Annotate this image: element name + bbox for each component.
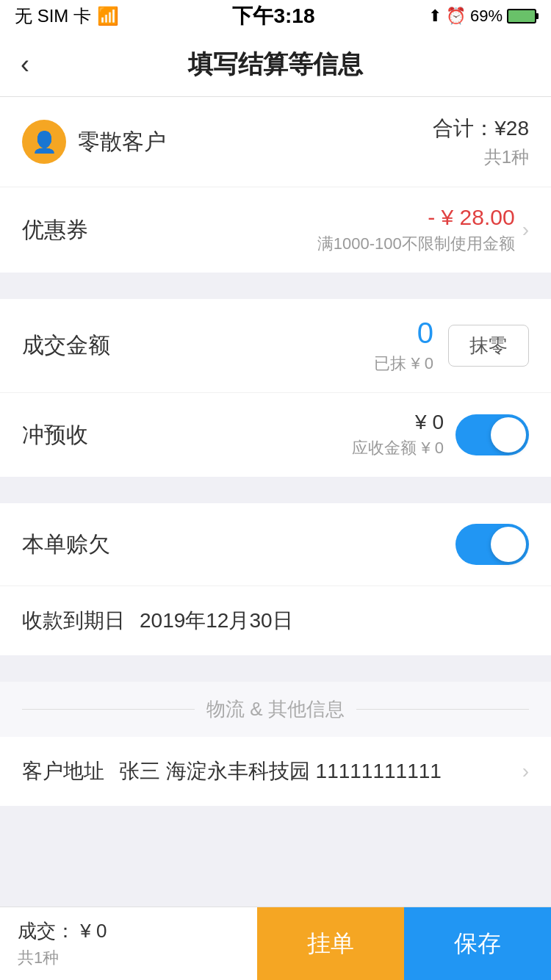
status-time: 下午3:18 <box>232 2 314 30</box>
coupon-chevron: › <box>522 218 529 242</box>
due-date-row: 收款到期日 2019年12月30日 <box>0 586 551 655</box>
address-label: 客户地址 <box>22 757 104 785</box>
address-row[interactable]: 客户地址 张三 海淀永丰科技园 11111111111 › <box>0 737 551 806</box>
coupon-desc: 满1000-100不限制使用金额 <box>317 233 515 255</box>
total-amount: 合计：¥28 <box>433 115 529 143</box>
toggle-knob <box>491 417 526 453</box>
amount-label: 成交金额 <box>22 331 110 361</box>
wifi-icon: 📶 <box>97 6 119 26</box>
address-chevron: › <box>522 760 529 783</box>
amount-right: 0 已抹 ¥ 0 抹零 <box>374 317 529 375</box>
hold-button[interactable]: 挂单 <box>257 907 404 980</box>
customer-right: 合计：¥28 共1种 <box>433 115 529 169</box>
prepay-row: 冲预收 ¥ 0 应收金额 ¥ 0 <box>0 392 551 477</box>
page-title: 填写结算等信息 <box>188 48 363 82</box>
prepay-sub: 应收金额 ¥ 0 <box>352 437 444 459</box>
transaction-section: 成交金额 0 已抹 ¥ 0 抹零 冲预收 ¥ 0 应收金额 ¥ 0 <box>0 299 551 477</box>
status-right: ⬆ ⏰ 69% <box>428 7 536 26</box>
debt-toggle[interactable] <box>455 524 529 565</box>
coupon-row[interactable]: 优惠券 - ¥ 28.00 满1000-100不限制使用金额 › <box>0 187 551 273</box>
divider-3 <box>0 667 551 682</box>
round-button[interactable]: 抹零 <box>448 325 529 367</box>
coupon-value: - ¥ 28.00 满1000-100不限制使用金额 <box>317 205 515 255</box>
direction-icon: ⬆ <box>428 7 442 26</box>
avatar-icon: 👤 <box>32 130 57 154</box>
bottom-count: 共1种 <box>18 947 240 969</box>
logistics-header: 物流 & 其他信息 <box>0 682 551 737</box>
debt-section: 本单赊欠 收款到期日 2019年12月30日 <box>0 503 551 655</box>
prepay-right: ¥ 0 应收金额 ¥ 0 <box>352 411 529 459</box>
amount-value: 0 <box>417 317 433 349</box>
customer-name: 零散客户 <box>78 127 166 157</box>
bottom-deal: 成交： ¥ 0 <box>18 918 240 944</box>
address-section: 客户地址 张三 海淀永丰科技园 11111111111 › <box>0 737 551 806</box>
coupon-right: - ¥ 28.00 满1000-100不限制使用金额 › <box>317 205 529 255</box>
no-sim-text: 无 SIM 卡 <box>15 4 91 28</box>
status-bar: 无 SIM 卡 📶 下午3:18 ⬆ ⏰ 69% <box>0 0 551 32</box>
due-date-value: 2019年12月30日 <box>140 607 293 635</box>
nav-bar: ‹ 填写结算等信息 <box>0 32 551 97</box>
amount-sub: 已抹 ¥ 0 <box>374 353 433 375</box>
battery-percent: 69% <box>470 7 503 26</box>
save-button[interactable]: 保存 <box>404 907 551 980</box>
bottom-info: 成交： ¥ 0 共1种 <box>0 907 257 980</box>
debt-label: 本单赊欠 <box>22 530 110 560</box>
prepay-label: 冲预收 <box>22 420 88 450</box>
total-count: 共1种 <box>433 145 529 169</box>
address-value: 张三 海淀永丰科技园 11111111111 <box>119 757 522 785</box>
due-label: 收款到期日 <box>22 607 125 635</box>
bottom-deal-label: 成交： <box>18 920 75 942</box>
customer-row: 👤 零散客户 合计：¥28 共1种 <box>0 97 551 187</box>
coupon-label: 优惠券 <box>22 215 88 245</box>
logistics-text: 物流 & 其他信息 <box>206 696 345 722</box>
coupon-discount: - ¥ 28.00 <box>317 205 515 230</box>
divider-1 <box>0 284 551 299</box>
alarm-icon: ⏰ <box>446 7 466 26</box>
amount-value-group: 0 已抹 ¥ 0 <box>374 317 433 375</box>
divider-2 <box>0 489 551 503</box>
battery-icon <box>507 9 536 24</box>
debt-row: 本单赊欠 <box>0 503 551 586</box>
status-left: 无 SIM 卡 📶 <box>15 4 119 28</box>
customer-left: 👤 零散客户 <box>22 120 166 164</box>
customer-section: 👤 零散客户 合计：¥28 共1种 优惠券 - ¥ 28.00 满1000-10… <box>0 97 551 273</box>
amount-row: 成交金额 0 已抹 ¥ 0 抹零 <box>0 299 551 392</box>
bottom-deal-amount: ¥ 0 <box>80 920 107 942</box>
logistics-line-left <box>22 709 195 710</box>
debt-toggle-knob <box>491 527 526 562</box>
back-button[interactable]: ‹ <box>21 49 29 80</box>
bottom-bar: 成交： ¥ 0 共1种 挂单 保存 <box>0 907 551 980</box>
prepay-value: ¥ 0 <box>352 411 444 434</box>
prepay-toggle[interactable] <box>455 414 529 455</box>
avatar: 👤 <box>22 120 66 164</box>
prepay-amounts: ¥ 0 应收金额 ¥ 0 <box>352 411 444 459</box>
logistics-line-right <box>356 709 529 710</box>
